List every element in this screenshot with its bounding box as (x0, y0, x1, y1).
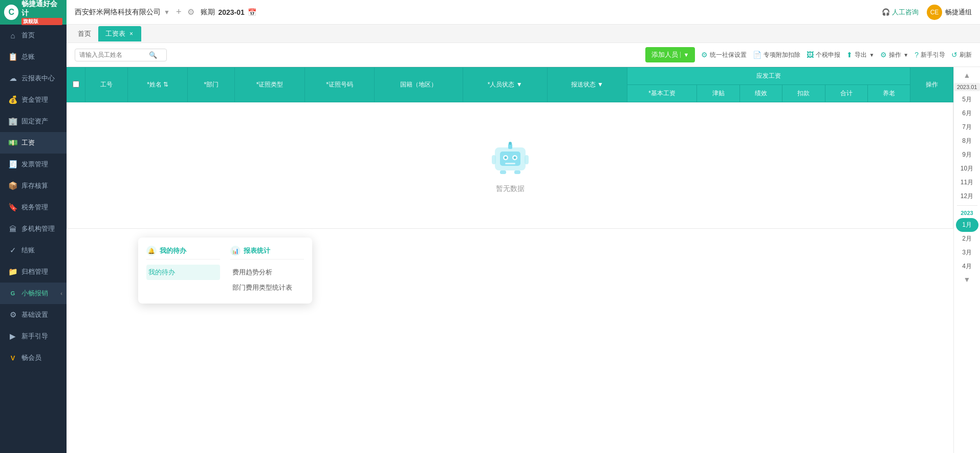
timeline-month-10[interactable]: 10月 (956, 162, 978, 176)
guide-action[interactable]: ? 新手引导 (914, 51, 945, 59)
home-icon: ⌂ (8, 31, 17, 40)
sidebar-item-fund[interactable]: 💰 资金管理 (0, 89, 67, 111)
empty-icon (490, 137, 531, 178)
special-deduct-action[interactable]: 📄 专项附加扣除 (753, 51, 800, 59)
th-status: *人员状态 ▼ (463, 68, 547, 102)
operation-icon: ⚙ (880, 51, 887, 59)
sidebar-item-label: 云报表中心 (21, 74, 55, 83)
svg-rect-10 (525, 155, 529, 164)
sidebar-item-label: 基础设置 (21, 310, 48, 319)
checkbox-header[interactable] (67, 68, 85, 102)
calendar-icon[interactable]: 📅 (248, 8, 256, 16)
support-button[interactable]: 🎧 人工咨询 (882, 8, 919, 17)
logo-title: 畅捷通好会计 (21, 0, 62, 18)
sidebar-item-label: 结账 (21, 246, 35, 255)
sidebar-item-xiaochang[interactable]: G 小畅报销 ‹ (0, 283, 67, 304)
sidebar-item-label: 资金管理 (21, 95, 48, 104)
cloud-icon: ☁ (8, 74, 17, 83)
report-title-icon: 📊 (230, 246, 241, 256)
tax-report-label: 个税申报 (816, 51, 840, 59)
tab-close-button[interactable]: × (128, 30, 134, 37)
sidebar-item-closing[interactable]: ✓ 结账 (0, 240, 67, 261)
refresh-label: 刷新 (960, 51, 972, 59)
sidebar-item-multi-org[interactable]: 🏛 多机构管理 (0, 218, 67, 240)
guide-label: 新手引导 (921, 51, 945, 59)
period-display: 账期 2023-01 📅 (201, 8, 256, 17)
user-menu[interactable]: CE 畅捷通组 (927, 5, 972, 20)
timeline-up-nav[interactable]: ▲ (962, 69, 973, 81)
content-area: 🔍 添加人员 ▼ ⚙ 统一社保设置 📄 专项附加扣除 🖼 个税申报 (67, 43, 980, 453)
svg-point-8 (509, 142, 512, 145)
popup-col2-title-label: 报表统计 (244, 246, 270, 255)
add-person-button[interactable]: 添加人员 ▼ (645, 47, 695, 62)
invoice-icon: 🧾 (8, 160, 17, 169)
search-input[interactable] (79, 51, 146, 58)
toolbar-actions: 添加人员 ▼ ⚙ 统一社保设置 📄 专项附加扣除 🖼 个税申报 ⬆ 导出 (645, 47, 972, 62)
sidebar-item-ledger[interactable]: 📋 总账 (0, 46, 67, 68)
popup-col1-title-label: 我的待办 (160, 246, 186, 255)
timeline-month-6[interactable]: 6月 (956, 106, 978, 120)
timeline-down-nav[interactable]: ▼ (962, 273, 973, 286)
popup-menu: 🔔 我的待办 我的待办 📊 报表统计 费用趋势分析 (138, 238, 312, 304)
popup-item-cost-trend[interactable]: 费用趋势分析 (230, 265, 304, 280)
company-arrow-icon: ▼ (164, 9, 170, 16)
timeline-month-1[interactable]: 1月 (956, 218, 978, 232)
popup-columns: 🔔 我的待办 我的待办 📊 报表统计 费用趋势分析 (146, 246, 304, 295)
sidebar-item-label: 工资 (21, 138, 35, 147)
sidebar-item-member[interactable]: V 畅会员 (0, 347, 67, 369)
tab-salary-table[interactable]: 工资表 × (98, 26, 141, 41)
sidebar-item-basic[interactable]: ⚙ 基础设置 (0, 304, 67, 326)
refresh-action[interactable]: ↺ 刷新 (951, 51, 972, 59)
search-box: 🔍 (75, 49, 167, 61)
sidebar-item-salary[interactable]: 💵 工资 (0, 132, 67, 154)
member-icon: V (8, 354, 17, 362)
company-selector[interactable]: 西安虾米网络科技有限公司 ▼ (75, 8, 170, 17)
sidebar-item-archive[interactable]: 📁 归档管理 (0, 261, 67, 283)
th-deduction: 扣款 (782, 85, 825, 102)
timeline-month-4[interactable]: 4月 (956, 260, 978, 273)
guide-icon: ? (914, 51, 919, 59)
social-security-icon: ⚙ (701, 51, 708, 59)
th-id-type: *证照类型 (235, 68, 305, 102)
timeline-month-7[interactable]: 7月 (956, 120, 978, 134)
sidebar-item-fixed-assets[interactable]: 🏢 固定资产 (0, 111, 67, 132)
sidebar-item-home[interactable]: ⌂ 首页 (0, 25, 67, 46)
select-all-checkbox[interactable] (73, 81, 79, 88)
company-name: 西安虾米网络科技有限公司 (75, 8, 161, 17)
timeline-month-9[interactable]: 9月 (956, 148, 978, 162)
timeline-month-12[interactable]: 12月 (956, 189, 978, 203)
timeline-month-3[interactable]: 3月 (956, 246, 978, 260)
tax-report-action[interactable]: 🖼 个税申报 (807, 51, 840, 59)
sidebar-item-label: 归档管理 (21, 267, 48, 276)
sidebar-item-inventory[interactable]: 📦 库存核算 (0, 175, 67, 197)
sidebar-item-guide[interactable]: ▶ 新手引导 (0, 326, 67, 347)
popup-item-dept-cost[interactable]: 部门费用类型统计表 (230, 280, 304, 295)
sidebar-item-tax[interactable]: 🔖 税务管理 (0, 197, 67, 218)
popup-item-my-pending[interactable]: 我的待办 (146, 265, 220, 280)
sidebar-item-cloud-report[interactable]: ☁ 云报表中心 (0, 68, 67, 89)
timeline-month-11[interactable]: 11月 (956, 176, 978, 189)
popup-col-pending: 🔔 我的待办 我的待办 (146, 246, 220, 295)
inventory-icon: 📦 (8, 181, 17, 190)
th-employee-id: 工号 (85, 68, 128, 102)
add-company-button[interactable]: + (176, 7, 182, 17)
timeline-month-2[interactable]: 2月 (956, 232, 978, 246)
operation-action[interactable]: ⚙ 操作 ▼ (880, 51, 908, 59)
th-total: 合计 (825, 85, 867, 102)
timeline-month-8[interactable]: 8月 (956, 134, 978, 148)
settings-button[interactable]: ⚙ (187, 7, 194, 17)
empty-state-cell: 暂无数据 (67, 102, 953, 229)
tab-home[interactable]: 首页 (71, 26, 98, 41)
th-salary-group: 应发工资 (627, 68, 910, 85)
timeline-year-2023: 2023 (961, 210, 973, 216)
th-id-number: *证照号码 (304, 68, 375, 102)
topbar: 西安虾米网络科技有限公司 ▼ + ⚙ 账期 2023-01 📅 🎧 人工咨询 C… (67, 0, 980, 25)
sidebar-item-invoice[interactable]: 🧾 发票管理 (0, 154, 67, 175)
social-security-action[interactable]: ⚙ 统一社保设置 (701, 51, 747, 59)
settings-icon: ⚙ (8, 310, 17, 319)
sidebar-item-label: 库存核算 (21, 181, 48, 190)
timeline-month-5[interactable]: 5月 (956, 93, 978, 106)
th-operation: 操作 (910, 68, 953, 102)
timeline-year-header: 2023.01 (954, 83, 980, 91)
export-action[interactable]: ⬆ 导出 ▼ (846, 51, 874, 59)
